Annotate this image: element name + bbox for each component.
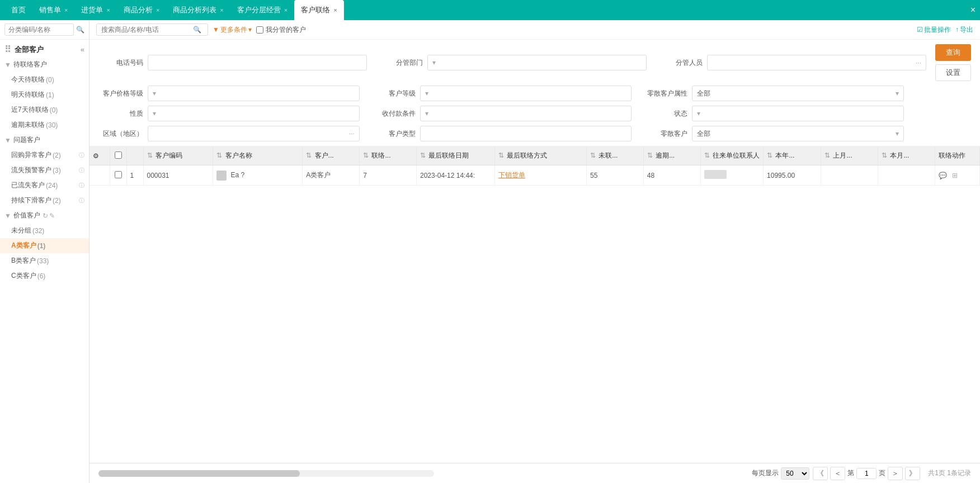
- count-tomorrow: (1): [46, 91, 54, 99]
- content-area: 🔍 ▼ 更多条件 ▾ 我分管的客户 ☑ 批量操作 ↑ 导出: [89, 20, 980, 483]
- cell-unit-contact: [700, 165, 763, 186]
- nav-tab-customer-segment[interactable]: 客户分层经营 ×: [230, 0, 294, 20]
- dots-icon: ⠿: [4, 44, 11, 55]
- nature-input[interactable]: ▾: [148, 106, 360, 121]
- per-page-select[interactable]: 50 20 100: [781, 467, 809, 480]
- sidebar-item-today[interactable]: 今天待联络 (0): [0, 72, 89, 87]
- sidebar-item-churned[interactable]: 已流失客户 (24) ⓘ: [0, 178, 89, 193]
- select-all-checkbox[interactable]: [115, 151, 122, 159]
- last-page-btn[interactable]: 》: [905, 467, 920, 480]
- group-value-label: 价值客户: [13, 211, 40, 220]
- row-checkbox[interactable]: [115, 171, 122, 178]
- sidebar-item-7days[interactable]: 近7天待联络 (0): [0, 102, 89, 117]
- sidebar-item-unclassified[interactable]: 未分组 (32): [0, 223, 89, 238]
- settings-button[interactable]: 设置: [935, 64, 971, 81]
- window-close-button[interactable]: ×: [970, 5, 976, 15]
- customer-grade-input[interactable]: ▾: [420, 86, 632, 101]
- filter-cell-person: 分管人员 ···: [658, 55, 926, 70]
- nav-tab-customer-contact[interactable]: 客户联络 ×: [294, 0, 343, 20]
- close-product-analysis-tab[interactable]: ×: [156, 7, 159, 13]
- sort-icon-date: ⇅: [420, 151, 426, 159]
- group-value-customers[interactable]: ▼ 价值客户 ↻ ✎: [0, 208, 89, 223]
- sidebar-item-tomorrow[interactable]: 明天待联络 (1): [0, 87, 89, 102]
- batch-ops-btn[interactable]: ☑ 批量操作: [917, 25, 951, 35]
- phone-label: 电话号码: [98, 58, 143, 68]
- sidebar-item-class-b[interactable]: B类客户 (33): [0, 253, 89, 268]
- sort-icon-name: ⇅: [216, 151, 222, 159]
- table-area: ⚙ ⇅ 客户编码 ⇅ 客户名称: [89, 146, 980, 463]
- area-input[interactable]: ···: [148, 126, 360, 141]
- payment-arrow: ▾: [425, 110, 428, 117]
- person-more-icon[interactable]: ···: [916, 59, 921, 67]
- main-search-icon[interactable]: 🔍: [193, 26, 201, 34]
- first-page-btn[interactable]: 《: [813, 467, 828, 480]
- info-icon-4: ⓘ: [79, 197, 84, 205]
- retail-customer-input[interactable]: 全部 ▾: [692, 126, 904, 141]
- export-btn[interactable]: ↑ 导出: [955, 25, 973, 35]
- col-checkbox: [110, 146, 126, 165]
- close-sales-tab[interactable]: ×: [64, 7, 68, 13]
- price-grade-input[interactable]: ▾: [148, 86, 360, 101]
- collapse-icon[interactable]: «: [81, 45, 84, 54]
- sidebar-item-overdue[interactable]: 逾期未联络 (30): [0, 117, 89, 132]
- nav-tab-product-analysis[interactable]: 商品分析 ×: [117, 0, 166, 20]
- sidebar-item-class-a[interactable]: A类客户 (1): [0, 238, 89, 253]
- cell-category: A类客户: [303, 165, 360, 186]
- refresh-icon[interactable]: ↻: [43, 212, 48, 220]
- all-customers-label: 全部客户: [15, 45, 44, 55]
- info-icon-1: ⓘ: [79, 151, 84, 159]
- nature-arrow: ▾: [153, 110, 156, 117]
- filter-cell-customer-type: 客户类型: [371, 126, 632, 141]
- dept-input[interactable]: ▾: [427, 55, 647, 70]
- status-input[interactable]: ▾: [692, 106, 904, 121]
- next-page-btn[interactable]: ＞: [888, 467, 903, 480]
- main-search-input[interactable]: [101, 26, 191, 34]
- sidebar-item-class-c[interactable]: C类客户 (6): [0, 268, 89, 283]
- customer-type-input[interactable]: [420, 126, 632, 141]
- filter-cell-nature: 性质 ▾: [98, 106, 360, 121]
- cell-index: 1: [126, 165, 143, 186]
- cell-last-date: 2023-04-12 14:44:: [417, 165, 495, 186]
- nav-tab-purchase[interactable]: 进货单 ×: [74, 0, 116, 20]
- nav-tab-sales[interactable]: 销售单 ×: [32, 0, 74, 20]
- gear-icon[interactable]: ⚙: [93, 152, 99, 160]
- my-customers-checkbox[interactable]: 我分管的客户: [256, 25, 306, 35]
- close-purchase-tab[interactable]: ×: [106, 7, 110, 13]
- my-customers-check[interactable]: [256, 26, 263, 34]
- close-product-list-tab[interactable]: ×: [220, 7, 223, 13]
- edit-icon[interactable]: ✎: [49, 212, 55, 220]
- phone-input[interactable]: [148, 55, 367, 70]
- retail-attr-input[interactable]: 全部 ▾: [692, 86, 904, 101]
- filter-cell-retail-customer: 零散客户 全部 ▾: [643, 126, 904, 141]
- search-button[interactable]: 查询: [935, 44, 971, 61]
- nav-home[interactable]: 首页: [4, 5, 32, 15]
- group-pending-contact[interactable]: ▼ 待联络客户: [0, 57, 89, 72]
- advanced-filter: 电话号码 分管部门 ▾ 分管人员 ···: [89, 40, 980, 146]
- close-segment-tab[interactable]: ×: [284, 7, 288, 13]
- more-conditions-btn[interactable]: ▼ 更多条件 ▾: [213, 25, 252, 35]
- horizontal-scrollbar[interactable]: [98, 470, 434, 477]
- chat-icon[interactable]: 💬: [939, 172, 947, 179]
- qr-icon[interactable]: ⊞: [952, 172, 958, 179]
- customer-grade-label: 客户等级: [371, 89, 416, 98]
- group-problem-customers[interactable]: ▼ 问题客户: [0, 132, 89, 148]
- nav-tab-product-list[interactable]: 商品分析列表 ×: [166, 0, 230, 20]
- prev-page-btn[interactable]: ＜: [830, 467, 845, 480]
- page-navigation: 《 ＜ 第 页 ＞ 》: [813, 467, 920, 480]
- close-contact-tab[interactable]: ×: [333, 7, 337, 13]
- sidebar-item-churn-warning[interactable]: 流失预警客户 (3) ⓘ: [0, 163, 89, 178]
- sort-icon-contact: ⇅: [363, 151, 369, 159]
- last-method-link[interactable]: 下销货单: [498, 171, 525, 179]
- sidebar-item-declining[interactable]: 持续下滑客户 (2) ⓘ: [0, 193, 89, 208]
- retail-customer-label: 零散客户: [643, 129, 687, 139]
- area-more-icon[interactable]: ···: [349, 130, 355, 138]
- sidebar-search-icon[interactable]: 🔍: [76, 26, 84, 34]
- sidebar-search-input[interactable]: [4, 23, 74, 36]
- col-no-contact: ⇅ 未联...: [586, 146, 643, 165]
- page-number-input[interactable]: [856, 468, 877, 479]
- filter-row-2: 客户价格等级 ▾ 客户等级 ▾ 零散客户属性 全部: [98, 86, 971, 101]
- payment-input[interactable]: ▾: [420, 106, 632, 121]
- sidebar-item-repurchase-abnormal[interactable]: 回购异常客户 (2) ⓘ: [0, 148, 89, 163]
- triangle-icon-3: ▼: [4, 212, 11, 220]
- person-input[interactable]: ···: [707, 55, 926, 70]
